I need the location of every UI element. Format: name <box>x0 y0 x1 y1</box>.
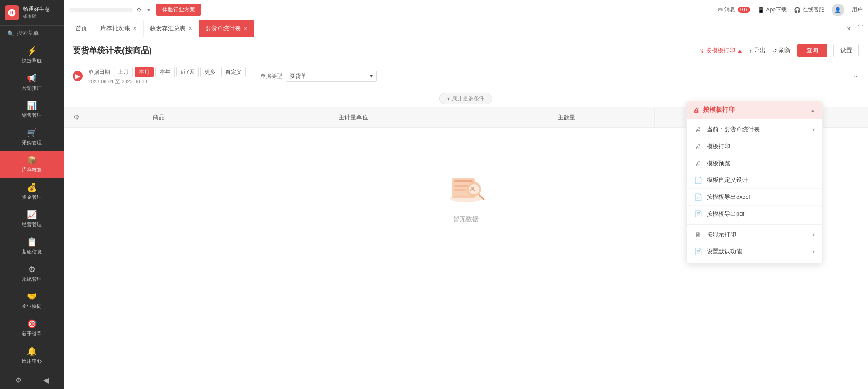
date-btn-this-year[interactable]: 本年 <box>155 67 175 77</box>
topbar-chevron[interactable]: ▾ <box>147 6 150 13</box>
appstore-label: 应用中心 <box>22 358 42 364</box>
template-preview-label: 模板预览 <box>707 159 730 167</box>
tab-batch-close[interactable]: ✕ <box>133 25 137 31</box>
export-btn[interactable]: ↑ 导出 <box>749 46 766 55</box>
operations-label: 经营管理 <box>22 221 42 228</box>
date-buttons-row: 上月 本月 本年 近7天 更多 自定义 <box>114 67 246 77</box>
tab-home-label: 首页 <box>75 25 87 33</box>
app-badge: 标准版 <box>23 13 50 20</box>
col-product: 商品 <box>88 107 229 128</box>
date-btn-custom[interactable]: 自定义 <box>221 67 246 77</box>
dropdown-template-preview[interactable]: 🖨 模板预览 <box>687 155 822 172</box>
sidebar-item-enterprise[interactable]: 🤝 企业协同 <box>0 287 64 314</box>
sidebar-item-guide[interactable]: 🎯 新手引导 <box>0 314 64 342</box>
empty-text: 暂无数据 <box>453 215 479 223</box>
sidebar-nav: ⚡ 快捷导航 📢 营销推广 📊 销售管理 🛒 采购管理 📦 库存核算 💰 资金管… <box>0 41 64 371</box>
dropdown-up-icon[interactable]: ▲ <box>810 107 816 114</box>
guide-label: 新手引导 <box>22 330 42 337</box>
set-default-left: 📄 设置默认功能 <box>694 248 742 256</box>
topbar-search-box <box>69 8 133 12</box>
tab-collection-close[interactable]: ✕ <box>188 25 192 31</box>
settings-bottom-icon[interactable]: ⚙ <box>15 376 22 384</box>
display-print-label: 按显示打印 <box>707 231 736 239</box>
industry-btn[interactable]: 体验行业方案 <box>156 4 201 16</box>
sidebar-item-quick-nav[interactable]: ⚡ 快捷导航 <box>0 41 64 69</box>
avatar[interactable]: 👤 <box>832 4 844 16</box>
svg-rect-4 <box>454 189 466 191</box>
appstore-icon: 🔔 <box>27 346 37 356</box>
tab-batch-account[interactable]: 库存批次账 ✕ <box>94 20 144 37</box>
template-excel-label: 按模板导出excel <box>707 193 750 201</box>
maximize-window-btn[interactable]: ⛶ <box>857 25 864 32</box>
template-excel-icon: 📄 <box>694 193 702 201</box>
sales-label: 销售管理 <box>22 112 42 119</box>
settings-button[interactable]: 设置 <box>833 44 859 57</box>
dropdown-current-item[interactable]: 🖨 当前：要货单统计表 ▾ <box>687 121 822 138</box>
sidebar-item-sales[interactable]: 📊 销售管理 <box>0 96 64 123</box>
tab-collection-summary[interactable]: 收发存汇总表 ✕ <box>144 20 199 37</box>
topbar-gear-icon[interactable]: ⚙ <box>136 6 142 13</box>
sidebar-item-appstore[interactable]: 🔔 应用中心 <box>0 342 64 369</box>
dropdown-display-print[interactable]: 🖥 按显示打印 ▾ <box>687 227 822 243</box>
dropdown-template-custom[interactable]: 📄 模板自定义设计 <box>687 172 822 189</box>
sidebar-item-finance[interactable]: 💰 资金管理 <box>0 178 64 205</box>
refresh-btn[interactable]: ↺ 刷新 <box>772 46 791 55</box>
expand-more-btn[interactable]: ▾ 展开更多条件 <box>439 93 492 104</box>
sidebar-item-basic[interactable]: 📋 基础信息 <box>0 232 64 260</box>
display-print-left: 🖥 按显示打印 <box>694 231 736 239</box>
sidebar-item-purchase[interactable]: 🛒 采购管理 <box>0 123 64 151</box>
dropdown-title: 按模板打印 <box>703 106 735 114</box>
type-select-value: 要货单 <box>290 72 306 80</box>
dropdown-template-pdf[interactable]: 📄 按模板导出pdf <box>687 206 822 222</box>
dropdown-template-print[interactable]: 🖨 模板打印 <box>687 138 822 155</box>
dropdown-set-default[interactable]: 📄 设置默认功能 ▾ <box>687 243 822 260</box>
set-default-label: 设置默认功能 <box>707 248 742 256</box>
date-btn-this-month[interactable]: 本月 <box>135 67 154 77</box>
table-settings-btn[interactable]: ⚙ <box>70 111 82 124</box>
sidebar-item-operations[interactable]: 📈 经营管理 <box>0 205 64 232</box>
purchase-label: 采购管理 <box>22 139 42 146</box>
close-window-btn[interactable]: ✕ <box>846 25 853 32</box>
sidebar-item-system[interactable]: ⚙ 系统管理 <box>0 260 64 287</box>
tab-order-summary[interactable]: 要货单统计表 ✕ <box>199 20 254 37</box>
svg-point-8 <box>471 187 474 189</box>
collapse-icon[interactable]: ◀ <box>43 376 49 384</box>
template-custom-label: 模板自定义设计 <box>707 176 748 184</box>
filter-toggle-btn[interactable]: ▶ <box>73 71 83 81</box>
query-button[interactable]: 查询 <box>797 44 827 57</box>
app-logo: 畅通好生意 标准版 <box>0 0 64 26</box>
sidebar: 畅通好生意 标准版 🔍 搜索菜单 ⚡ 快捷导航 📢 营销推广 📊 销售管理 🛒 … <box>0 0 64 389</box>
more-filter-icon[interactable]: ··· <box>854 73 859 80</box>
online-service-item[interactable]: 🎧 在线客服 <box>794 6 824 14</box>
export-label: 导出 <box>754 46 766 55</box>
current-item-label: 当前：要货单统计表 <box>707 126 760 134</box>
tab-home[interactable]: 首页 <box>69 20 94 37</box>
print-chevron-up: ▲ <box>737 47 743 54</box>
type-select[interactable]: 要货单 ▾ <box>286 71 377 82</box>
message-item[interactable]: ✉ 消息 99+ <box>718 6 750 14</box>
date-btn-last-month[interactable]: 上月 <box>114 67 133 77</box>
sidebar-search[interactable]: 🔍 搜索菜单 <box>0 26 64 41</box>
current-item-left: 🖨 当前：要货单统计表 <box>694 126 760 134</box>
filter-type-section: 单据类型 要货单 ▾ <box>260 71 377 82</box>
template-print-label: 模板打印 <box>707 142 730 151</box>
date-btn-7days[interactable]: 近7天 <box>176 67 199 77</box>
col-unit: 主计量单位 <box>229 107 478 128</box>
col-settings: ⚙ <box>64 107 88 128</box>
dropdown-printer-icon: 🖨 <box>693 106 699 114</box>
basic-icon: 📋 <box>27 237 37 247</box>
expand-more-icon: ▾ <box>447 96 450 102</box>
sidebar-item-marketing[interactable]: 📢 营销推广 <box>0 69 64 96</box>
marketing-label: 营销推广 <box>22 85 42 91</box>
sidebar-item-inventory[interactable]: 📦 库存核算 <box>0 151 64 178</box>
svg-point-6 <box>469 184 479 194</box>
tab-order-close[interactable]: ✕ <box>244 25 248 31</box>
app-download-item[interactable]: 📱 App下载 <box>758 6 787 14</box>
dropdown-template-excel[interactable]: 📄 按模板导出excel <box>687 189 822 206</box>
printer-icon: 🖨 <box>698 47 704 54</box>
date-btn-more[interactable]: 更多 <box>200 67 219 77</box>
template-custom-icon: 📄 <box>694 177 702 184</box>
dropdown-header-actions: ▲ <box>810 107 816 114</box>
date-label: 单据日期 <box>88 68 110 76</box>
print-template-btn[interactable]: 🖨 按模板打印 ▲ <box>698 46 743 55</box>
